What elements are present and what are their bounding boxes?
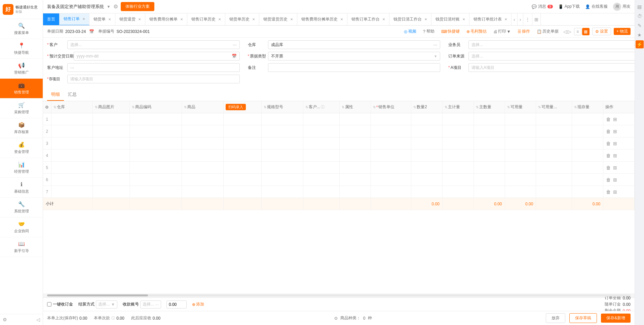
row-spec[interactable]: [261, 174, 303, 186]
sidebar-item-purchase[interactable]: 🛒 采购管理: [0, 98, 43, 118]
copy-row-icon[interactable]: ⊞: [613, 165, 617, 170]
prev-record-icon[interactable]: ◁: [563, 29, 567, 34]
customer-address-input[interactable]: ···: [67, 63, 240, 72]
save-draft-button[interactable]: 保存草稿: [569, 313, 597, 323]
row-attr[interactable]: [339, 113, 371, 125]
tab-close-icon[interactable]: ✕: [252, 17, 255, 21]
collapse-icon[interactable]: ◁: [36, 317, 40, 322]
row-main-unit[interactable]: [442, 125, 473, 137]
right-panel-edit-icon[interactable]: ✎: [636, 22, 644, 30]
tab-return-history[interactable]: 销货单历史 ✕: [225, 13, 259, 26]
row-cust-code[interactable]: [303, 186, 339, 198]
sidebar-item-guide[interactable]: 📖 新手引导: [0, 237, 43, 257]
delivery-date-input[interactable]: yyyy-mm-dd 📅: [74, 52, 240, 60]
current-amount-info-icon[interactable]: ⓘ: [111, 316, 115, 321]
delete-row-icon[interactable]: 🗑: [606, 141, 611, 146]
copy-row-icon[interactable]: ⊞: [613, 153, 617, 158]
row-cust-code[interactable]: [303, 125, 339, 137]
row-unit[interactable]: [371, 125, 411, 137]
row-attr[interactable]: [339, 150, 371, 162]
copy-row-icon[interactable]: ⊞: [613, 189, 617, 195]
settings-button[interactable]: ⚙ 设置: [592, 28, 611, 35]
save-new-button[interactable]: 保存&新增: [601, 314, 631, 323]
view-btn[interactable]: ◎ 视频: [402, 28, 418, 35]
row-warehouse[interactable]: [51, 162, 93, 174]
row-spec[interactable]: [261, 186, 303, 198]
b-project-input[interactable]: 请输入B项目: [67, 75, 240, 83]
remark-input[interactable]: [268, 63, 441, 72]
tab-close-icon[interactable]: ✕: [504, 17, 507, 21]
app-download-item[interactable]: 📱 App下载: [558, 4, 580, 9]
payment-method-select[interactable]: 选择... ▼: [96, 300, 117, 309]
tab-close-icon[interactable]: ✕: [218, 17, 221, 21]
message-item[interactable]: 💬 消息 9: [532, 4, 553, 9]
row-spec[interactable]: [261, 113, 303, 125]
row-code[interactable]: [130, 162, 182, 174]
next-record-icon[interactable]: ▷: [568, 29, 571, 34]
topbar-settings-icon[interactable]: ⚙: [113, 3, 118, 10]
right-panel-list-icon[interactable]: ▤: [636, 3, 644, 11]
row-name[interactable]: [182, 125, 223, 137]
sidebar-item-finance[interactable]: 💰 资金管理: [0, 138, 43, 158]
scan-button[interactable]: 扫码录入: [226, 104, 246, 110]
form-view-btn[interactable]: ▦: [582, 28, 590, 35]
solution-button[interactable]: 体验行业方案: [121, 2, 154, 11]
row-cust-code[interactable]: [303, 150, 339, 162]
row-cust-code[interactable]: [303, 137, 339, 150]
row-attr[interactable]: [339, 137, 371, 150]
copy-row-icon[interactable]: ⊞: [613, 141, 617, 146]
scrollbar-track[interactable]: [47, 294, 631, 296]
tab-fee-history[interactable]: 销售费用分摊单历史 ✕: [297, 13, 347, 26]
sidebar-item-ops[interactable]: 📊 经营管理: [0, 158, 43, 178]
row-name[interactable]: [182, 186, 223, 198]
row-main-unit[interactable]: [442, 150, 473, 162]
row-code[interactable]: [130, 137, 182, 150]
delivery-calendar-icon[interactable]: 📅: [232, 54, 237, 58]
row-warehouse[interactable]: [51, 137, 93, 150]
settings-bottom-icon[interactable]: ⚙: [3, 317, 7, 322]
row-code[interactable]: [130, 125, 182, 137]
tab-expand-btn[interactable]: ⊞: [532, 13, 541, 26]
tab-cash-workspace[interactable]: 钱货日清工作台 ✕: [389, 13, 431, 26]
sidebar-item-marketing[interactable]: 📢 营销推广: [0, 59, 43, 79]
delete-row-icon[interactable]: 🗑: [606, 117, 611, 122]
amount-input[interactable]: [166, 300, 187, 309]
copy-row-icon[interactable]: ⊞: [613, 117, 617, 122]
tab-sales-refund[interactable]: 销货退货 ✕: [115, 13, 145, 26]
tab-order-history[interactable]: 销售订单历史 ✕: [187, 13, 225, 26]
account-select[interactable]: 选择... ···: [140, 300, 161, 309]
row-attr[interactable]: [339, 162, 371, 174]
add-button[interactable]: ⊕ 添加: [192, 301, 204, 307]
right-panel-history-icon[interactable]: ⏱: [636, 12, 644, 20]
sidebar-item-search[interactable]: 🔍 搜索菜单: [0, 19, 43, 39]
row-qty2[interactable]: [411, 137, 442, 150]
row-qty2[interactable]: [411, 113, 442, 125]
sidebar-item-coop[interactable]: 🤝 企业协同: [0, 217, 43, 237]
th-settings[interactable]: ⚙: [43, 101, 51, 113]
row-spec[interactable]: [261, 150, 303, 162]
row-unit[interactable]: [371, 113, 411, 125]
row-attr[interactable]: [339, 174, 371, 186]
row-spec[interactable]: [261, 162, 303, 174]
order-num-value[interactable]: SO-20230324-001: [116, 29, 150, 34]
ticket-type-input[interactable]: 不开票 ▼: [268, 52, 441, 60]
row-code[interactable]: [130, 113, 182, 125]
a-project-input[interactable]: 请输入A项目: [468, 63, 635, 72]
delete-row-icon[interactable]: 🗑: [606, 153, 611, 158]
row-unit[interactable]: [371, 162, 411, 174]
delete-row-icon[interactable]: 🗑: [606, 165, 611, 170]
history-btn[interactable]: 📋 历史单据: [535, 28, 561, 35]
sidebar-item-quick-nav[interactable]: 📍 快捷导航: [0, 39, 43, 59]
print-btn[interactable]: 🖨 打印 ▼: [491, 28, 513, 35]
tab-home[interactable]: 首页: [43, 13, 60, 26]
tab-close-icon[interactable]: ✕: [340, 17, 343, 21]
system-dropdown-icon[interactable]: ▼: [107, 4, 111, 9]
tab-close-icon[interactable]: ✕: [290, 17, 293, 21]
row-name[interactable]: [182, 162, 223, 174]
row-cust-code[interactable]: [303, 113, 339, 125]
row-attr[interactable]: [339, 125, 371, 137]
row-attr[interactable]: [339, 186, 371, 198]
warehouse-input[interactable]: 成品库 ···: [268, 40, 441, 49]
salesperson-input[interactable]: 选择... ···: [468, 40, 635, 49]
row-main-qty[interactable]: [473, 150, 505, 162]
